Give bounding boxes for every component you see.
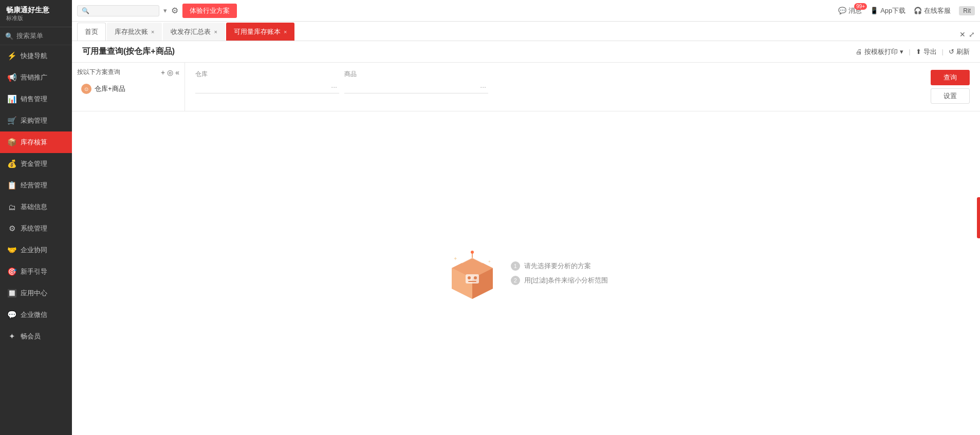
empty-illustration: ✦ ✦ <box>444 248 495 299</box>
svg-rect-7 <box>468 281 476 282</box>
sidebar-item-newbie[interactable]: 🎯 新手引导 <box>0 261 72 282</box>
empty-state: ✦ ✦ 1 请先选择要分析的方案 2 用[过滤]条件来缩小分析范围 <box>72 111 980 435</box>
marketing-icon: 📢 <box>7 73 16 82</box>
print-action[interactable]: 🖨 按模板打印 ▾ <box>856 47 903 56</box>
sidebar-item-label: 经营管理 <box>21 181 47 190</box>
sidebar-item-label: 快捷导航 <box>21 51 47 61</box>
svg-point-5 <box>468 276 471 279</box>
edition-label: 标准版 <box>6 14 66 22</box>
tip-num-2: 2 <box>511 276 520 285</box>
filter-settings-button[interactable]: 设置 <box>931 88 970 104</box>
tip-text-2: 用[过滤]条件来缩小分析范围 <box>524 276 608 285</box>
refresh-icon: ↺ <box>949 48 954 55</box>
member-icon: ✦ <box>7 332 16 341</box>
sidebar-item-label: 基础信息 <box>21 202 47 212</box>
sidebar-item-label: 营销推广 <box>21 73 47 82</box>
finance-icon: 💰 <box>7 159 16 168</box>
topbar-gear-button[interactable]: ⚙ <box>171 6 178 15</box>
right-scroll-indicator <box>977 197 980 238</box>
empty-content: ✦ ✦ 1 请先选择要分析的方案 2 用[过滤]条件来缩小分析范围 <box>444 248 608 299</box>
sidebar-item-purchase[interactable]: 🛒 采购管理 <box>0 110 72 131</box>
topbar-search-icon: 🔍 <box>82 7 89 14</box>
empty-tip-1: 1 请先选择要分析的方案 <box>511 261 608 271</box>
sidebar-item-sales[interactable]: 📊 销售管理 <box>0 88 72 110</box>
topbar: 🔍 ▾ ⚙ 体验行业方案 💬 消息 99+ 📱 App下载 🎧 在线客服 Rit <box>72 0 980 22</box>
svg-point-6 <box>474 276 477 279</box>
batch-account-tab-label: 库存批次账 <box>115 27 148 36</box>
online-service-label: 在线客服 <box>924 6 951 15</box>
filter-area: 按以下方案查询 + ◎ « ⊙ 仓库+商品 仓库 <box>72 63 980 111</box>
industry-solution-button[interactable]: 体验行业方案 <box>182 4 237 18</box>
schemes-actions: + ◎ « <box>161 68 179 77</box>
summary-tab-label: 收发存汇总表 <box>171 27 211 36</box>
close-available-qty-icon[interactable]: × <box>284 29 287 35</box>
sidebar-search[interactable]: 🔍 搜索菜单 <box>0 27 72 45</box>
page-header: 可用量查询(按仓库+商品) 🖨 按模板打印 ▾ | ⬆ 导出 | ↺ 刷新 <box>72 41 980 63</box>
page-title: 可用量查询(按仓库+商品) <box>82 46 175 57</box>
tab-summary[interactable]: 收发存汇总表 × <box>163 23 225 41</box>
export-label: 导出 <box>923 47 937 56</box>
topbar-search-box[interactable]: 🔍 <box>77 5 159 16</box>
close-tab-button[interactable]: ✕ <box>959 30 966 39</box>
tab-batch-account[interactable]: 库存批次账 × <box>107 23 162 41</box>
empty-tips: 1 请先选择要分析的方案 2 用[过滤]条件来缩小分析范围 <box>511 261 608 285</box>
online-service-button[interactable]: 🎧 在线客服 <box>914 6 951 15</box>
goods-input-wrapper: ··· <box>344 81 488 93</box>
goods-more-icon[interactable]: ··· <box>480 83 486 91</box>
home-tab-label: 首页 <box>85 27 98 36</box>
svg-text:✦: ✦ <box>453 256 457 261</box>
sidebar-item-wechat[interactable]: 💬 企业微信 <box>0 304 72 326</box>
filter-action-buttons: 查询 设置 <box>931 63 980 111</box>
enterprise-icon: 🤝 <box>7 245 16 255</box>
sidebar-item-operation[interactable]: 📋 经营管理 <box>0 175 72 196</box>
sidebar-item-quick-nav[interactable]: ⚡ 快捷导航 <box>0 45 72 67</box>
topbar-chevron-icon[interactable]: ▾ <box>163 7 167 14</box>
headset-icon: 🎧 <box>914 7 922 14</box>
newbie-icon: 🎯 <box>7 267 16 276</box>
refresh-action[interactable]: ↺ 刷新 <box>949 47 970 56</box>
action-sep1: | <box>909 48 910 55</box>
sidebar-item-enterprise[interactable]: 🤝 企业协同 <box>0 239 72 261</box>
tab-available-qty[interactable]: 可用量库存账本 × <box>226 23 294 41</box>
user-avatar[interactable]: Rit <box>959 6 975 15</box>
operation-icon: 📋 <box>7 181 16 190</box>
tabs-bar-actions: ✕ ⤢ <box>959 30 975 41</box>
topbar-right: 💬 消息 99+ 📱 App下载 🎧 在线客服 Rit <box>838 6 975 15</box>
sidebar-item-label: 企业协同 <box>21 245 47 255</box>
maximize-tab-button[interactable]: ⤢ <box>969 30 975 39</box>
warehouse-more-icon[interactable]: ··· <box>331 83 337 91</box>
tab-home[interactable]: 首页 <box>77 23 106 41</box>
sidebar-item-label: 畅会员 <box>21 332 41 341</box>
sidebar-item-label: 系统管理 <box>21 224 47 233</box>
svg-point-9 <box>471 251 474 254</box>
close-summary-icon[interactable]: × <box>214 29 217 35</box>
goods-input[interactable] <box>346 83 478 91</box>
sidebar-item-label: 库存核算 <box>21 138 47 147</box>
message-button[interactable]: 💬 消息 99+ <box>838 6 862 15</box>
sidebar-item-basic[interactable]: 🗂 基础信息 <box>0 196 72 218</box>
sidebar-item-apps[interactable]: 🔲 应用中心 <box>0 282 72 304</box>
sidebar-item-label: 新手引导 <box>21 267 47 276</box>
sidebar-item-marketing[interactable]: 📢 营销推广 <box>0 67 72 88</box>
basic-icon: 🗂 <box>7 203 16 212</box>
sidebar-item-finance[interactable]: 💰 资金管理 <box>0 153 72 175</box>
system-icon: ⚙ <box>7 224 16 233</box>
settings-scheme-button[interactable]: ◎ <box>167 68 173 77</box>
close-batch-account-icon[interactable]: × <box>151 29 154 35</box>
warehouse-field-label: 仓库 <box>195 70 339 79</box>
query-button[interactable]: 查询 <box>931 70 970 85</box>
empty-tip-2: 2 用[过滤]条件来缩小分析范围 <box>511 276 608 285</box>
print-label: 按模板打印 <box>864 47 898 56</box>
export-icon: ⬆ <box>916 48 921 55</box>
sidebar-logo: 畅康通好生意 标准版 <box>0 0 72 27</box>
scheme-item-warehouse-goods[interactable]: ⊙ 仓库+商品 <box>77 81 179 97</box>
sidebar-item-inventory[interactable]: 📦 库存核算 <box>0 131 72 153</box>
add-scheme-button[interactable]: + <box>161 68 165 77</box>
warehouse-input[interactable] <box>197 83 329 91</box>
collapse-scheme-button[interactable]: « <box>175 68 179 77</box>
export-action[interactable]: ⬆ 导出 <box>916 47 937 56</box>
app-download-button[interactable]: 📱 App下载 <box>870 6 905 15</box>
sidebar-item-member[interactable]: ✦ 畅会员 <box>0 326 72 347</box>
goods-field-label: 商品 <box>344 70 488 79</box>
sidebar-item-system[interactable]: ⚙ 系统管理 <box>0 218 72 239</box>
